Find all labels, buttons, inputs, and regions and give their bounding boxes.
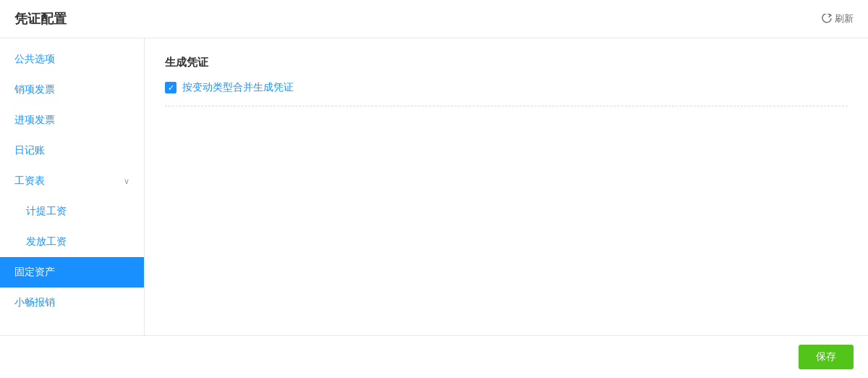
sidebar-item-payroll-pay[interactable]: 发放工资 bbox=[0, 227, 144, 257]
page-header: 凭证配置 刷新 bbox=[0, 0, 868, 38]
chevron-down-icon: ∨ bbox=[124, 177, 129, 186]
section-title: 生成凭证 bbox=[165, 56, 848, 70]
merge-checkbox[interactable] bbox=[165, 82, 176, 93]
sidebar-item-fixed-assets[interactable]: 固定资产 bbox=[0, 257, 144, 287]
sidebar-label-payroll-table: 工资表 bbox=[14, 175, 45, 188]
sidebar-item-payroll-calc[interactable]: 计提工资 bbox=[0, 196, 144, 227]
save-button[interactable]: 保存 bbox=[799, 345, 854, 369]
sidebar-label-expense-report: 小畅报销 bbox=[14, 296, 55, 309]
sidebar: 公共选项 销项发票 进项发票 日记账 工资表 ∨ 计提工资 发放工资 固定资 bbox=[0, 38, 145, 335]
refresh-icon bbox=[822, 14, 832, 24]
body-area: 公共选项 销项发票 进项发票 日记账 工资表 ∨ 计提工资 发放工资 固定资 bbox=[0, 38, 868, 335]
refresh-button[interactable]: 刷新 bbox=[822, 12, 854, 25]
page-footer: 保存 bbox=[0, 335, 868, 378]
page-wrapper: 凭证配置 刷新 公共选项 销项发票 进项发票 日记账 工资 bbox=[0, 0, 868, 378]
sidebar-item-journal[interactable]: 日记账 bbox=[0, 135, 144, 166]
sidebar-item-expense-report[interactable]: 小畅报销 bbox=[0, 287, 144, 318]
sidebar-item-payroll-table[interactable]: 工资表 ∨ bbox=[0, 166, 144, 196]
sidebar-item-purchase-invoice[interactable]: 进项发票 bbox=[0, 105, 144, 135]
sidebar-label-sales-invoice: 销项发票 bbox=[14, 83, 55, 96]
checkbox-label: 按变动类型合并生成凭证 bbox=[182, 81, 294, 94]
refresh-label: 刷新 bbox=[835, 12, 854, 25]
page-title: 凭证配置 bbox=[14, 10, 67, 28]
section-divider bbox=[165, 106, 848, 106]
sidebar-label-payroll-pay: 发放工资 bbox=[26, 235, 67, 248]
sidebar-item-sales-invoice[interactable]: 销项发票 bbox=[0, 75, 144, 105]
sidebar-label-purchase-invoice: 进项发票 bbox=[14, 114, 55, 127]
sidebar-label-payroll-calc: 计提工资 bbox=[26, 205, 67, 218]
main-content: 生成凭证 按变动类型合并生成凭证 bbox=[145, 38, 868, 335]
sidebar-label-fixed-assets: 固定资产 bbox=[14, 266, 55, 279]
sidebar-item-public-options[interactable]: 公共选项 bbox=[0, 44, 144, 75]
checkbox-row: 按变动类型合并生成凭证 bbox=[165, 81, 848, 94]
sidebar-label-journal: 日记账 bbox=[14, 144, 45, 157]
sidebar-label-public-options: 公共选项 bbox=[14, 53, 55, 66]
